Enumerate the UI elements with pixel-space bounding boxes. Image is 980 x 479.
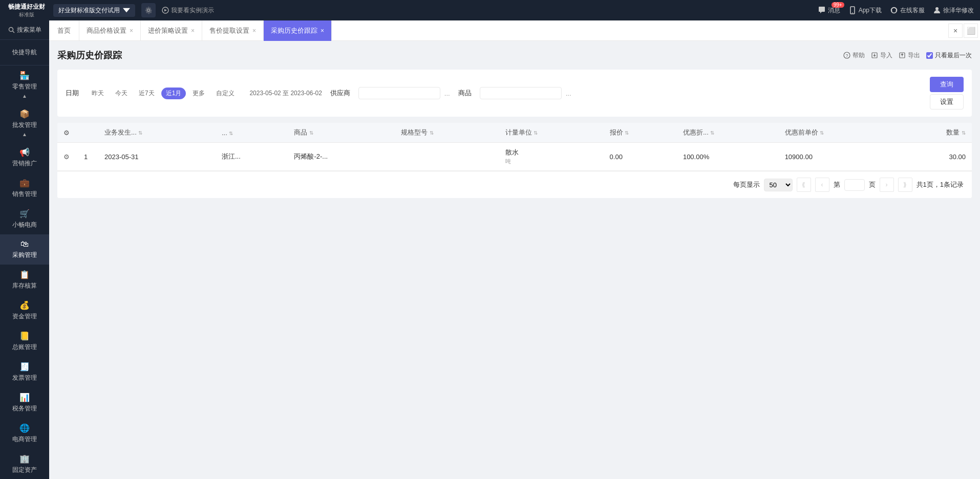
sidebar-item-ecommerce-small[interactable]: 🛒 小畅电商 <box>0 204 49 234</box>
ecommerce-small-icon: 🛒 <box>19 209 30 219</box>
demo-button[interactable]: 我要看实例演示 <box>162 6 214 15</box>
sidebar-label-ecommerce-small: 小畅电商 <box>12 221 37 229</box>
sidebar-item-purchase[interactable]: 🛍 采购管理 <box>0 234 49 265</box>
version-label: 好业财标准版交付试用 <box>58 6 120 15</box>
biz-date-sort-icon: ⇅ <box>138 130 142 136</box>
message-icon <box>818 6 826 14</box>
date-btn-last7[interactable]: 近7天 <box>134 88 159 99</box>
setting-button[interactable]: 设置 <box>930 94 964 110</box>
date-btn-yesterday[interactable]: 昨天 <box>87 88 109 99</box>
logo-sub: 标准版 <box>19 11 34 18</box>
per-page-select[interactable]: 50 100 200 <box>764 179 793 191</box>
row-discount: 100.00% <box>677 143 779 171</box>
online-service-btn[interactable]: 在线客服 <box>890 6 925 15</box>
date-btn-last1m[interactable]: 近1月 <box>161 88 186 99</box>
col-price[interactable]: 报价 ⇅ <box>604 123 677 143</box>
page-actions: ? 帮助 导入 导出 只看最后一次 <box>843 51 972 60</box>
tab-home[interactable]: 首页 <box>49 20 79 41</box>
tab-purchase-strategy-close[interactable]: × <box>191 27 195 34</box>
ledger-icon: 📒 <box>19 331 30 341</box>
supplier-filter-label: 供应商 <box>330 89 350 98</box>
help-btn[interactable]: ? 帮助 <box>843 51 865 60</box>
export-btn[interactable]: 导出 <box>899 51 920 60</box>
import-btn[interactable]: 导入 <box>871 51 892 60</box>
message-btn[interactable]: 消息 99+ <box>818 6 840 15</box>
sidebar-item-ecommerce[interactable]: 🌐 电商管理 <box>0 418 49 449</box>
tab-history-price-close[interactable]: × <box>321 27 324 34</box>
sidebar-item-finance[interactable]: 💰 资金管理 <box>0 295 49 326</box>
row-extra: 浙江... <box>216 143 288 171</box>
sidebar-item-ledger[interactable]: 📒 总账管理 <box>0 326 49 357</box>
col-gear[interactable]: ⚙ <box>57 123 78 143</box>
col-quantity[interactable]: 数量 ⇅ <box>899 123 972 143</box>
headset-icon <box>890 6 898 14</box>
only-last-checkbox[interactable]: 只看最后一次 <box>926 51 972 60</box>
tab-price-close[interactable]: × <box>130 27 133 34</box>
page-first-btn[interactable]: ⟪ <box>797 178 811 192</box>
message-badge: 99+ <box>832 2 844 8</box>
quick-nav-item[interactable]: 快捷导航 <box>0 44 49 61</box>
col-biz-date[interactable]: 业务发生... ⇅ <box>98 123 216 143</box>
only-last-label: 只看最后一次 <box>935 51 972 60</box>
app-download-btn[interactable]: App下载 <box>848 6 882 15</box>
row-gear[interactable]: ⚙ <box>57 143 78 171</box>
sidebar-item-invoice[interactable]: 🧾 发票管理 <box>0 357 49 387</box>
col-unit[interactable]: 计量单位 ⇅ <box>499 123 604 143</box>
sidebar-label-tax: 税务管理 <box>12 404 37 413</box>
date-btn-today[interactable]: 今天 <box>111 88 132 99</box>
tab-price[interactable]: 商品价格设置 × <box>79 20 141 41</box>
date-btn-more[interactable]: 更多 <box>188 88 209 99</box>
tab-purchase-strategy[interactable]: 进价策略设置 × <box>141 20 202 41</box>
filter-bar: 日期 昨天 今天 近7天 近1月 更多 自定义 2023-05-02 至 202… <box>57 70 972 117</box>
tab-sale-price-close[interactable]: × <box>252 27 256 34</box>
date-btn-custom[interactable]: 自定义 <box>211 88 239 99</box>
purchase-icon: 🛍 <box>20 239 29 249</box>
supplier-input[interactable] <box>358 87 440 99</box>
import-label: 导入 <box>880 51 892 60</box>
marketing-icon: 📢 <box>19 147 30 157</box>
col-pre-discount-price[interactable]: 优惠前单价 ⇅ <box>779 123 899 143</box>
row-unit: 散水吨 <box>499 143 604 171</box>
sidebar-item-assets[interactable]: 🏢 固定资产 <box>0 449 49 479</box>
page-prev-btn[interactable]: ‹ <box>815 178 829 192</box>
tab-maximize-btn[interactable]: ⬜ <box>964 24 978 38</box>
query-button[interactable]: 查询 <box>930 77 964 92</box>
sidebar-item-sales[interactable]: 💼 销售管理 <box>0 173 49 204</box>
sidebar-label-ledger: 总账管理 <box>12 343 37 352</box>
settings-icon-btn[interactable] <box>141 3 156 17</box>
sidebar-quick-nav[interactable]: 快捷导航 <box>0 40 49 66</box>
gear-col-icon[interactable]: ⚙ <box>63 129 70 137</box>
page-input[interactable]: 1 <box>844 179 865 191</box>
sidebar-item-marketing[interactable]: 📢 营销推广 <box>0 142 49 173</box>
product-filter-label: 商品 <box>458 89 472 98</box>
sidebar-item-wholesale[interactable]: 📦 批发管理 ▲ <box>0 104 49 142</box>
sidebar-label-finance: 资金管理 <box>12 312 37 321</box>
page-last-btn[interactable]: ⟫ <box>898 178 912 192</box>
tab-close-current-btn[interactable]: × <box>948 24 963 38</box>
page-next-btn[interactable]: › <box>880 178 894 192</box>
per-page-label: 每页显示 <box>733 180 760 189</box>
sidebar-item-tax[interactable]: 📊 税务管理 <box>0 387 49 418</box>
col-seq <box>78 123 98 143</box>
supplier-dots[interactable]: ... <box>444 90 450 97</box>
col-spec[interactable]: 规格型号 ⇅ <box>395 123 499 143</box>
product-input-group: ... <box>480 87 571 99</box>
inventory-icon: 📋 <box>19 270 30 279</box>
version-selector[interactable]: 好业财标准版交付试用 <box>53 4 135 17</box>
tab-sale-price[interactable]: 售价提取设置 × <box>202 20 264 41</box>
tab-history-price[interactable]: 采购历史价跟踪 × <box>264 20 332 41</box>
col-extra[interactable]: ... ⇅ <box>216 123 288 143</box>
product-input[interactable] <box>480 87 562 99</box>
sidebar-item-retail[interactable]: 🏪 零售管理 ▲ <box>0 66 49 104</box>
only-last-input[interactable] <box>926 52 933 59</box>
col-discount[interactable]: 优惠折... ⇅ <box>677 123 779 143</box>
user-btn[interactable]: 徐泽华修改 <box>933 6 974 15</box>
sidebar-item-inventory[interactable]: 📋 库存核算 <box>0 265 49 295</box>
export-label: 导出 <box>908 51 920 60</box>
page-content: 采购历史价跟踪 ? 帮助 导入 导出 <box>49 41 980 479</box>
date-filter-buttons: 昨天 今天 近7天 近1月 更多 自定义 <box>87 88 239 99</box>
sidebar-search[interactable]: 搜索菜单 <box>0 20 49 40</box>
sidebar-label-ecommerce: 电商管理 <box>12 435 37 444</box>
product-dots[interactable]: ... <box>566 90 571 97</box>
col-product[interactable]: 商品 ⇅ <box>288 123 395 143</box>
